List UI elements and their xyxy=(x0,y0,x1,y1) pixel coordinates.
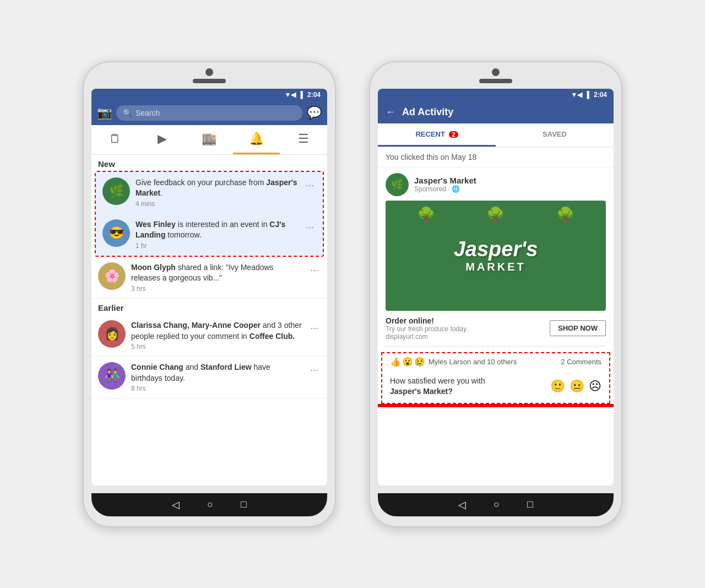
left-phone-screen: ▼◀ ▐ 2:04 📷 🔍 Search 💬 🗒 ▶ xyxy=(91,89,327,485)
right-camera-dot xyxy=(492,68,500,76)
ad-cta-text: Order online! Try our fresh produce toda… xyxy=(386,316,468,341)
avatar-moon: 🌸 xyxy=(98,262,126,290)
right-phone-screen: ▼◀ ▐ 2:04 ← Ad Activity RECENT 2 SA xyxy=(378,89,614,485)
notif-item-moon[interactable]: 🌸 Moon Glyph shared a link: "Ivy Meadows… xyxy=(91,257,327,299)
avatar-connie: 👫 xyxy=(98,362,126,390)
search-icon: 🔍 xyxy=(123,109,132,117)
notif-time-connie: 8 hrs xyxy=(131,385,302,392)
speaker xyxy=(193,79,226,83)
right-home-btn[interactable]: ○ xyxy=(494,499,500,510)
home-btn[interactable]: ○ xyxy=(207,499,213,510)
nav-video[interactable]: ▶ xyxy=(139,125,186,154)
nav-menu[interactable]: ☰ xyxy=(280,125,327,154)
recents-btn[interactable]: □ xyxy=(241,499,247,510)
notif-text-clarissa: Clarissa Chang, Mary-Anne Cooper and 3 o… xyxy=(131,320,302,342)
notif-time-clarissa: 5 hrs xyxy=(131,343,302,350)
notif-item-connie[interactable]: 👫 Connie Chang and Stanford Liew have bi… xyxy=(91,357,327,398)
feedback-text: How satisfied were you with Jasper's Mar… xyxy=(390,376,485,397)
nav-notifications[interactable]: 🔔 xyxy=(233,125,280,154)
comments-count: 2 Comments xyxy=(561,358,601,366)
ad-card-header: 🌿 Jasper's Market Sponsored · 🌐 xyxy=(386,173,606,196)
right-recents-btn[interactable]: □ xyxy=(527,499,533,510)
right-battery-icon: ▐ xyxy=(584,91,589,99)
ad-cta-row: Order online! Try our fresh produce toda… xyxy=(386,311,606,347)
search-placeholder: Search xyxy=(135,109,160,117)
notif-item-wes[interactable]: 😎 Wes Finley is interested in an event i… xyxy=(96,214,323,256)
feedback-dashed-box: 👍 😮 😢 Myles Larson and 10 others 2 Comme… xyxy=(381,352,610,404)
ad-image-text: Jasper'sMARKET xyxy=(454,238,538,273)
battery-icon: ▐ xyxy=(298,91,303,99)
right-bottom-nav: ◁ ○ □ xyxy=(378,493,614,516)
shop-now-button[interactable]: SHOP NOW xyxy=(550,320,606,336)
right-signal-icon: ▼◀ xyxy=(571,91,583,99)
camera-dot xyxy=(205,68,213,76)
right-phone: ▼◀ ▐ 2:04 ← Ad Activity RECENT 2 SA xyxy=(369,61,622,527)
left-time: 2:04 xyxy=(307,91,321,99)
tab-recent-label: RECENT xyxy=(415,130,444,138)
notif-content-moon: Moon Glyph shared a link: "Ivy Meadows r… xyxy=(131,262,302,293)
avatar-clarissa: 👩 xyxy=(98,320,126,348)
notif-text-moon: Moon Glyph shared a link: "Ivy Meadows r… xyxy=(131,262,302,284)
notif-item-jasper[interactable]: 🌿 Give feedback on your purchase from Ja… xyxy=(96,172,323,214)
sad-icon[interactable]: ☹ xyxy=(589,379,601,393)
left-fb-header: 📷 🔍 Search 💬 xyxy=(91,101,327,125)
reactions-text: Myles Larson and 10 others xyxy=(429,358,517,366)
right-speaker xyxy=(479,79,512,83)
ad-card: 🌿 Jasper's Market Sponsored · 🌐 🌳 🌳 🌳 xyxy=(378,168,614,352)
tab-recent[interactable]: RECENT 2 xyxy=(378,123,496,147)
ad-card-info: Jasper's Market Sponsored · 🌐 xyxy=(414,176,606,193)
ad-image: 🌳 🌳 🌳 Jasper'sMARKET xyxy=(386,201,606,311)
left-phone: ▼◀ ▐ 2:04 📷 🔍 Search 💬 🗒 ▶ xyxy=(83,61,336,527)
notif-content-clarissa: Clarissa Chang, Mary-Anne Cooper and 3 o… xyxy=(131,320,302,350)
ad-cta-title: Order online! xyxy=(386,316,468,325)
neutral-icon[interactable]: 😐 xyxy=(570,379,584,393)
you-clicked-label: You clicked this on May 18 xyxy=(378,147,614,168)
notif-more-wes[interactable]: ··· xyxy=(303,219,316,235)
avatar-wes: 😎 xyxy=(102,219,130,247)
left-nav-row: 🗒 ▶ 🏬 🔔 ☰ xyxy=(91,125,327,155)
reaction-emojis: 👍 😮 😢 xyxy=(390,357,425,367)
ad-sponsored: Sponsored · 🌐 xyxy=(414,185,606,193)
sad-emoji: 😢 xyxy=(414,357,425,367)
wow-emoji: 😮 xyxy=(402,357,413,367)
nav-marketplace[interactable]: 🏬 xyxy=(186,125,233,154)
feedback-row: How satisfied were you with Jasper's Mar… xyxy=(382,370,609,403)
notif-time-jasper: 4 mins xyxy=(135,200,298,208)
notif-content-wes: Wes Finley is interested in an event in … xyxy=(135,219,298,250)
back-btn[interactable]: ◁ xyxy=(172,499,180,511)
section-new-label: New xyxy=(91,155,327,171)
right-time: 2:04 xyxy=(594,91,607,99)
feedback-icons: 🙂 😐 ☹ xyxy=(550,379,601,393)
nav-feed[interactable]: 🗒 xyxy=(91,125,139,154)
ad-activity-title: Ad Activity xyxy=(402,106,453,118)
ad-activity-header: ← Ad Activity xyxy=(378,101,614,123)
camera-icon[interactable]: 📷 xyxy=(97,106,112,120)
ad-cta-url: displayurl.com xyxy=(386,333,468,341)
notif-more-clarissa[interactable]: ··· xyxy=(308,320,321,336)
notif-content-connie: Connie Chang and Stanford Liew have birt… xyxy=(131,362,302,392)
notif-more-moon[interactable]: ··· xyxy=(308,262,321,278)
ad-cta-sub: Try our fresh produce today. xyxy=(386,325,468,333)
tab-saved[interactable]: SAVED xyxy=(496,123,614,147)
right-back-btn[interactable]: ◁ xyxy=(458,499,466,511)
recent-badge: 2 xyxy=(449,131,458,138)
notif-content-jasper: Give feedback on your purchase from Jasp… xyxy=(135,177,298,208)
notif-more-connie[interactable]: ··· xyxy=(308,362,321,378)
ad-tabs: RECENT 2 SAVED xyxy=(378,123,614,147)
back-arrow-icon[interactable]: ← xyxy=(386,106,395,118)
notif-text-wes: Wes Finley is interested in an event in … xyxy=(135,219,298,241)
happy-icon[interactable]: 🙂 xyxy=(550,379,565,393)
reactions-row: 👍 😮 😢 Myles Larson and 10 others 2 Comme… xyxy=(382,353,609,370)
notif-item-clarissa[interactable]: 👩 Clarissa Chang, Mary-Anne Cooper and 3… xyxy=(91,315,327,357)
like-emoji: 👍 xyxy=(390,357,401,367)
new-notifications-dashed: 🌿 Give feedback on your purchase from Ja… xyxy=(95,171,324,257)
notif-text-jasper: Give feedback on your purchase from Jasp… xyxy=(135,177,298,199)
tab-saved-label: SAVED xyxy=(543,130,567,138)
messenger-icon[interactable]: 💬 xyxy=(307,106,322,120)
notif-time-wes: 1 hr xyxy=(135,242,298,250)
ad-logo: 🌿 xyxy=(386,173,409,196)
notif-more-jasper[interactable]: ··· xyxy=(303,177,316,193)
search-bar[interactable]: 🔍 Search xyxy=(116,105,302,121)
notif-time-moon: 3 hrs xyxy=(131,285,302,293)
right-status-bar: ▼◀ ▐ 2:04 xyxy=(378,89,614,101)
